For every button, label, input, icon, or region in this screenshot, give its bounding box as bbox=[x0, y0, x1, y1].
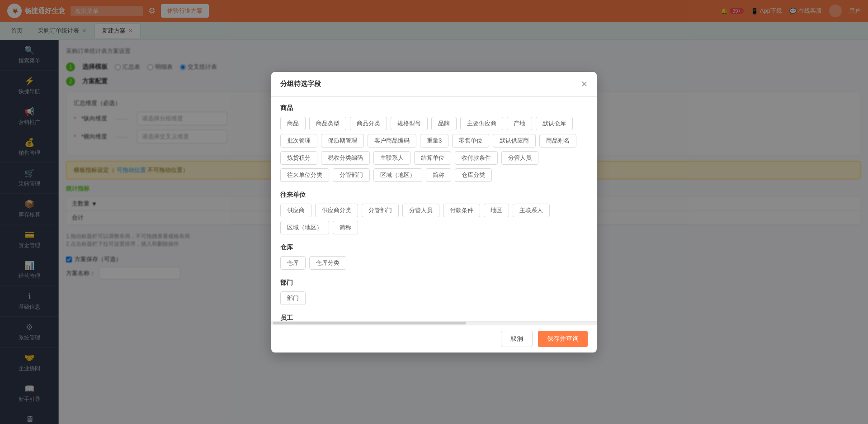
modal-body: 商品 商品 商品类型 商品分类 规格型号 品牌 主要供应商 产地 默认仓库 批次… bbox=[271, 97, 597, 321]
field-tags-product: 商品 商品类型 商品分类 规格型号 品牌 主要供应商 产地 默认仓库 批次管理 … bbox=[280, 117, 588, 182]
field-tag-product-13[interactable]: 默认供应商 bbox=[493, 134, 536, 148]
field-tag-warehouse-0[interactable]: 仓库 bbox=[280, 256, 306, 270]
field-tag-product-10[interactable]: 客户商品编码 bbox=[368, 134, 416, 148]
field-tag-product-0[interactable]: 商品 bbox=[280, 117, 306, 130]
field-tag-product-24[interactable]: 简称 bbox=[426, 168, 451, 182]
field-tag-product-3[interactable]: 规格型号 bbox=[391, 117, 428, 130]
field-tag-department-0[interactable]: 部门 bbox=[280, 291, 306, 305]
field-tag-product-9[interactable]: 保质期管理 bbox=[321, 134, 364, 148]
field-tag-counterparty-1[interactable]: 供应商分类 bbox=[315, 204, 358, 217]
field-tag-product-4[interactable]: 品牌 bbox=[431, 117, 457, 130]
field-tag-counterparty-7[interactable]: 区域（地区） bbox=[280, 221, 329, 234]
field-tag-counterparty-2[interactable]: 分管部门 bbox=[362, 204, 399, 217]
field-group-counterparty: 往来单位 供应商 供应商分类 分管部门 分管人员 付款条件 地区 主联系人 区域… bbox=[280, 191, 588, 234]
field-tag-product-2[interactable]: 商品分类 bbox=[350, 117, 387, 130]
cancel-button[interactable]: 取消 bbox=[501, 331, 533, 347]
modal-header: 分组待选字段 ✕ bbox=[271, 72, 597, 97]
field-group-department-title: 部门 bbox=[280, 279, 588, 287]
field-group-product-title: 商品 bbox=[280, 104, 588, 112]
field-tags-counterparty: 供应商 供应商分类 分管部门 分管人员 付款条件 地区 主联系人 区域（地区） … bbox=[280, 204, 588, 234]
field-tag-product-6[interactable]: 产地 bbox=[507, 117, 532, 130]
field-tag-product-19[interactable]: 收付款条件 bbox=[455, 151, 498, 165]
modal-footer: 取消 保存并查询 bbox=[271, 325, 597, 353]
field-tag-product-20[interactable]: 分管人员 bbox=[501, 151, 538, 165]
field-tag-counterparty-3[interactable]: 分管人员 bbox=[402, 204, 439, 217]
field-tag-product-5[interactable]: 主要供应商 bbox=[460, 117, 503, 130]
field-group-employee: 员工 业务员 bbox=[280, 314, 588, 321]
field-group-department: 部门 部门 bbox=[280, 279, 588, 305]
field-tag-product-22[interactable]: 分管部门 bbox=[333, 168, 370, 182]
field-tag-counterparty-8[interactable]: 简称 bbox=[333, 221, 358, 234]
field-tag-counterparty-6[interactable]: 主联系人 bbox=[513, 204, 550, 217]
field-tag-product-7[interactable]: 默认仓库 bbox=[536, 117, 573, 130]
hscroll-thumb bbox=[273, 322, 466, 324]
field-tag-product-18[interactable]: 结算单位 bbox=[414, 151, 451, 165]
field-tag-product-1[interactable]: 商品类型 bbox=[309, 117, 346, 130]
field-group-warehouse: 仓库 仓库 仓库分类 bbox=[280, 243, 588, 270]
field-tag-product-12[interactable]: 零售单位 bbox=[452, 134, 489, 148]
field-tag-warehouse-1[interactable]: 仓库分类 bbox=[309, 256, 346, 270]
field-tag-product-25[interactable]: 仓库分类 bbox=[455, 168, 492, 182]
save-query-button[interactable]: 保存并查询 bbox=[538, 331, 588, 347]
field-group-counterparty-title: 往来单位 bbox=[280, 191, 588, 199]
field-group-employee-title: 员工 bbox=[280, 314, 588, 321]
field-selection-modal: 分组待选字段 ✕ 商品 商品 商品类型 商品分类 规格型号 品牌 主要供应商 产… bbox=[271, 72, 597, 353]
modal-overlay: 分组待选字段 ✕ 商品 商品 商品类型 商品分类 规格型号 品牌 主要供应商 产… bbox=[0, 0, 868, 424]
field-tag-product-16[interactable]: 税收分类编码 bbox=[321, 151, 370, 165]
field-tag-product-8[interactable]: 批次管理 bbox=[280, 134, 317, 148]
field-tag-counterparty-5[interactable]: 地区 bbox=[484, 204, 509, 217]
field-tag-counterparty-4[interactable]: 付款条件 bbox=[443, 204, 480, 217]
field-tag-product-14[interactable]: 商品别名 bbox=[539, 134, 576, 148]
field-tags-warehouse: 仓库 仓库分类 bbox=[280, 256, 588, 270]
modal-close-button[interactable]: ✕ bbox=[581, 79, 588, 89]
modal-title: 分组待选字段 bbox=[280, 80, 321, 88]
field-tag-product-23[interactable]: 区域（地区） bbox=[373, 168, 422, 182]
field-tags-department: 部门 bbox=[280, 291, 588, 305]
field-group-product: 商品 商品 商品类型 商品分类 规格型号 品牌 主要供应商 产地 默认仓库 批次… bbox=[280, 104, 588, 182]
field-tag-counterparty-0[interactable]: 供应商 bbox=[280, 204, 311, 217]
field-tag-product-15[interactable]: 拣货积分 bbox=[280, 151, 317, 165]
field-tag-product-21[interactable]: 往来单位分类 bbox=[280, 168, 329, 182]
field-tag-product-11[interactable]: 重量3 bbox=[420, 134, 448, 148]
field-group-warehouse-title: 仓库 bbox=[280, 243, 588, 252]
field-tag-product-17[interactable]: 主联系人 bbox=[373, 151, 410, 165]
modal-horizontal-scrollbar[interactable] bbox=[271, 321, 597, 325]
